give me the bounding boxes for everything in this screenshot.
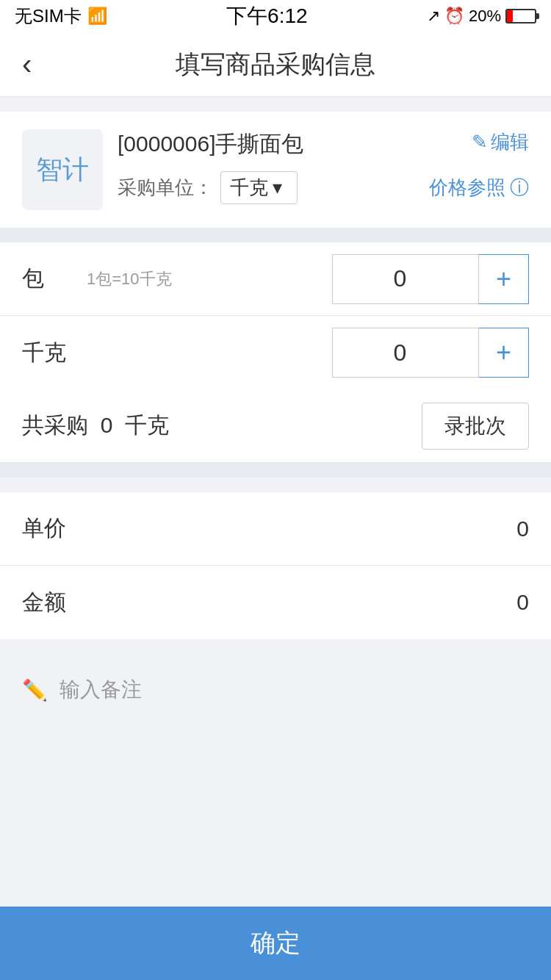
pencil-icon: ✏️ — [22, 678, 48, 702]
alarm-icon: ⏰ — [444, 7, 464, 26]
bag-quantity-input[interactable] — [332, 254, 479, 304]
unit-wrapper: 采购单位： 千克 ▾ — [118, 171, 298, 204]
battery-icon — [505, 9, 536, 24]
confirm-button[interactable]: 确定 — [0, 907, 551, 980]
kg-label: 千克 — [22, 338, 81, 368]
chevron-down-icon: ▾ — [273, 176, 282, 199]
product-logo-text: 智计 — [36, 152, 89, 188]
remark-placeholder: 输入备注 — [60, 676, 142, 704]
status-right: ↗ ⏰ 20% — [427, 7, 536, 26]
battery-percentage: 20% — [469, 7, 501, 26]
location-icon: ↗ — [427, 7, 440, 26]
kg-plus-button[interactable]: + — [479, 328, 529, 378]
back-button[interactable]: ‹ — [22, 48, 46, 81]
summary-row: 共采购 0 千克 录批次 — [0, 389, 551, 463]
price-ref-button[interactable]: 价格参照 ⓘ — [429, 175, 529, 201]
price-ref-label: 价格参照 — [429, 175, 505, 201]
amount-row: 金额 0 — [0, 566, 551, 639]
product-name-row: [0000006]手撕面包 ✎ 编辑 — [118, 129, 529, 159]
product-id: [0000006] — [118, 131, 215, 156]
carrier-label: 无SIM卡 — [15, 4, 82, 28]
edit-button[interactable]: ✎ 编辑 — [472, 129, 529, 155]
amount-value: 0 — [516, 590, 529, 615]
unit-price-value: 0 — [516, 516, 529, 541]
time-label: 下午6:12 — [226, 2, 308, 30]
unit-row: 采购单位： 千克 ▾ 价格参照 ⓘ — [118, 171, 529, 204]
product-card: 智计 [0000006]手撕面包 ✎ 编辑 采购单位： 千克 ▾ 价格参照 ⓘ — [0, 112, 551, 228]
kg-quantity-wrapper: + — [332, 328, 529, 378]
page-title: 填写商品采购信息 — [176, 48, 375, 82]
amount-label: 金额 — [22, 588, 66, 618]
status-bar: 无SIM卡 📶 下午6:12 ↗ ⏰ 20% — [0, 0, 551, 32]
unit-value: 千克 — [230, 175, 268, 201]
summary-prefix: 共采购 — [22, 413, 88, 437]
bag-sublabel: 1包=10千克 — [87, 268, 172, 290]
battery-fill — [507, 10, 513, 22]
summary-quantity: 0 — [101, 413, 113, 437]
bag-plus-button[interactable]: + — [479, 254, 529, 304]
unit-price-row: 单价 0 — [0, 492, 551, 566]
section-divider-1 — [0, 228, 551, 242]
summary-unit: 千克 — [125, 413, 169, 437]
nav-bar: ‹ 填写商品采购信息 — [0, 32, 551, 97]
input-section: 包 1包=10千克 + 千克 + — [0, 242, 551, 389]
product-name: [0000006]手撕面包 — [118, 129, 472, 159]
bag-quantity-wrapper: + — [332, 254, 529, 304]
remark-section[interactable]: ✏️ 输入备注 — [0, 654, 551, 726]
unit-price-label: 单价 — [22, 514, 66, 544]
edit-icon: ✎ — [472, 131, 488, 154]
unit-select[interactable]: 千克 ▾ — [220, 171, 298, 204]
bag-label: 包 — [22, 264, 81, 294]
batch-button[interactable]: 录批次 — [422, 403, 529, 450]
info-icon: ⓘ — [510, 175, 529, 201]
wifi-icon: 📶 — [87, 7, 107, 26]
product-thumbnail: 智计 — [22, 129, 103, 210]
kg-quantity-input[interactable] — [332, 328, 479, 378]
edit-label: 编辑 — [491, 129, 529, 155]
kg-input-row: 千克 + — [0, 316, 551, 389]
section-divider-2 — [0, 463, 551, 478]
bag-input-row: 包 1包=10千克 + — [0, 242, 551, 316]
product-title: 手撕面包 — [215, 131, 303, 156]
summary-text: 共采购 0 千克 — [22, 411, 169, 441]
unit-label: 采购单位： — [118, 175, 213, 201]
status-left: 无SIM卡 📶 — [15, 4, 107, 28]
product-info: [0000006]手撕面包 ✎ 编辑 采购单位： 千克 ▾ 价格参照 ⓘ — [118, 129, 529, 204]
price-section: 单价 0 金额 0 — [0, 492, 551, 639]
